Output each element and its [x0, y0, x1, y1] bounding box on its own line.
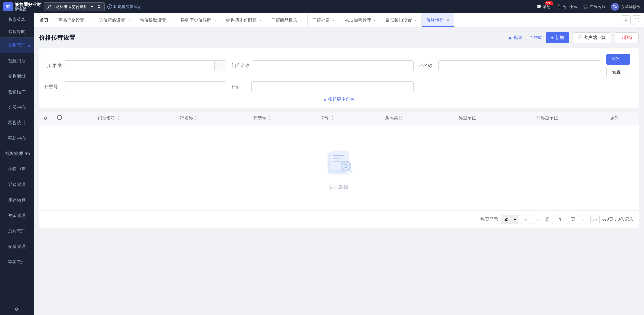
sidebar-item-help[interactable]: 帮助中心	[0, 131, 34, 146]
tab-close-sale-history[interactable]: ×	[259, 18, 261, 22]
prev-page-btn[interactable]: ‹	[533, 215, 542, 224]
th-action: 操作	[590, 112, 639, 125]
scale-ip-input[interactable]	[251, 81, 414, 92]
sidebar-item-wholesale[interactable]: 批发管理 ▼	[0, 146, 34, 162]
th-scale-name[interactable]: 秤名称 ▲▼	[152, 112, 225, 125]
video-link[interactable]: ▶ 视频	[509, 35, 522, 41]
set-button[interactable]: 设置	[606, 67, 630, 77]
query-button[interactable]: 查询	[606, 54, 630, 65]
tab-close-all-btn[interactable]: ×	[621, 15, 631, 25]
sidebar-item-member[interactable]: 会员中心	[0, 100, 34, 115]
th-gear[interactable]: ⚙	[39, 112, 52, 125]
store-file-input[interactable]	[65, 60, 214, 71]
settings-icon[interactable]: ⚙	[97, 4, 101, 9]
tab-bar-actions: × ⛶	[621, 15, 643, 25]
empty-row: 暂无数据	[39, 125, 639, 211]
sidebar-item-retail[interactable]: 零售管理	[0, 38, 34, 53]
sidebar-item-stat[interactable]: 零售统计	[0, 115, 34, 131]
filter-scale-name-label: 秤名称	[419, 63, 436, 69]
tab-price-scale[interactable]: 价格传秤 ×	[422, 13, 454, 27]
video-label: 视频	[513, 35, 522, 41]
dropdown-icon: ▼	[90, 4, 94, 9]
sidebar-item-tax[interactable]: 税务管理	[0, 254, 34, 270]
empty-state: 暂无数据	[39, 125, 639, 210]
store-name-input[interactable]	[252, 60, 414, 71]
content-area: 首页 商品价格设置 × 进价策略设置 × 售价提取设置 × 采购历史价跟踪 ×	[34, 13, 644, 315]
page-label: 算	[545, 216, 549, 222]
total-label: 共0页，0条记录	[602, 216, 633, 222]
page-actions: ▶ 视频 | ? 帮助 + 新增 凸 客户端下载 â 删除	[509, 32, 639, 43]
collapse-arrow-icon: ∧	[323, 97, 327, 102]
tab-pos-mgmt[interactable]: POS加密管理 ×	[339, 13, 381, 27]
help-link[interactable]: ? 帮助	[530, 35, 542, 41]
message-icon: 💬	[536, 4, 541, 9]
headset-icon: 🎧	[583, 4, 588, 9]
tab-store-catalog[interactable]: 门店商品目录 ×	[266, 13, 307, 27]
download-button[interactable]: 凸 客户端下载	[573, 32, 612, 43]
online-service-btn[interactable]: 🎧 在线客服	[583, 4, 606, 10]
next-page-btn[interactable]: ›	[578, 215, 587, 224]
filter-store-file: 门店档案 …	[44, 60, 226, 71]
tab-price-extract[interactable]: 售价提取设置 ×	[135, 13, 176, 27]
tab-store-file[interactable]: 门店档案 ×	[308, 13, 339, 27]
sidebar-item-finance[interactable]: 资金管理	[0, 208, 34, 223]
collapse-btn[interactable]: ∧ 收起更多条件	[323, 96, 354, 102]
tab-purchase-history[interactable]: 采购历史价跟踪 ×	[176, 13, 221, 27]
scale-name-input[interactable]	[438, 60, 601, 71]
demo-circle-icon: ○	[107, 4, 112, 9]
sidebar-item-ledger[interactable]: 总账管理	[0, 223, 34, 239]
first-page-btn[interactable]: ⏮	[521, 215, 530, 224]
top-bar: 财 畅捷通好业财 标准版 好业财标准版交付试用 ▼ ⚙ ○ 我要看实例演示 💬 …	[0, 0, 644, 13]
divider: |	[526, 35, 527, 40]
tab-purchase-strategy[interactable]: 进价策略设置 ×	[94, 13, 135, 27]
tab-close-store-file[interactable]: ×	[332, 18, 334, 22]
sidebar-item-ecom[interactable]: 小畅电商	[0, 162, 34, 177]
th-store-name[interactable]: 门店名称 ▲▼	[66, 112, 152, 125]
th-barcode-type: 条码类型	[357, 112, 431, 125]
sidebar-item-inventory[interactable]: 库存核算	[0, 193, 34, 208]
demo-link[interactable]: ○ 我要看实例演示	[107, 4, 142, 10]
tab-sale-history[interactable]: 销售历史价跟踪 ×	[221, 13, 266, 27]
tab-home[interactable]: 首页	[35, 13, 53, 27]
tab-min-discount[interactable]: 最低折扣设置 ×	[381, 13, 422, 27]
sidebar-item-marketing[interactable]: 营销推广	[0, 84, 34, 100]
sidebar-settings[interactable]: ⚙	[0, 303, 34, 315]
tab-close-price-setting[interactable]: ×	[87, 18, 89, 22]
tab-close-store-catalog[interactable]: ×	[300, 18, 302, 22]
tab-close-pos-mgmt[interactable]: ×	[374, 18, 376, 22]
tab-close-price-scale[interactable]: ×	[446, 18, 449, 22]
settings-gear-icon: ⚙	[15, 307, 19, 312]
sidebar: 搜索菜单 快捷导航 零售管理 智慧门店 零售商城 营销推广 会员中心 零售统计 …	[0, 13, 34, 315]
tab-expand-btn[interactable]: ⛶	[632, 15, 641, 25]
th-non-weight-unit: 非称重单位	[504, 112, 590, 125]
version-selector[interactable]: 好业财标准版交付试用 ▼ ⚙	[44, 2, 105, 11]
per-page-select[interactable]: 10 20 50 100	[501, 215, 518, 224]
add-button[interactable]: + 新增	[546, 32, 569, 43]
page-input[interactable]	[552, 215, 568, 224]
tab-close-purchase-strategy[interactable]: ×	[128, 18, 130, 22]
page-header: 价格传秤设置 ▶ 视频 | ? 帮助 + 新增 凸 客户端下载 â	[39, 32, 639, 43]
filter-row-1: 门店档案 … 门店名称 秤名称	[44, 54, 633, 77]
sidebar-quick-nav[interactable]: 快捷导航	[0, 26, 34, 38]
tab-price-setting[interactable]: 商品价格设置 ×	[53, 13, 94, 27]
tab-close-price-extract[interactable]: ×	[169, 18, 171, 22]
sidebar-item-invoice[interactable]: 发票管理	[0, 239, 34, 254]
sidebar-search[interactable]: 搜索菜单	[0, 13, 34, 26]
top-bar-left: 财 畅捷通好业财 标准版 好业财标准版交付试用 ▼ ⚙ ○ 我要看实例演示	[3, 2, 142, 12]
store-file-dots-btn[interactable]: …	[214, 60, 226, 71]
tab-close-purchase-history[interactable]: ×	[214, 18, 216, 22]
th-scale-ip[interactable]: 秤ip ▲▼	[299, 112, 357, 125]
filter-scale-model: 秤型号	[44, 81, 226, 92]
message-btn[interactable]: 💬 消息 99+	[536, 4, 551, 10]
select-all-checkbox[interactable]	[57, 115, 62, 120]
tab-close-min-discount[interactable]: ×	[415, 18, 417, 22]
scale-model-input[interactable]	[64, 81, 226, 92]
sidebar-item-mall[interactable]: 零售商城	[0, 69, 34, 84]
user-btn[interactable]: Ea 徐泽华修改	[611, 3, 641, 11]
th-scale-model[interactable]: 秤型号 ▲▼	[225, 112, 299, 125]
sidebar-item-smart[interactable]: 智慧门店	[0, 53, 34, 69]
delete-button[interactable]: â 删除	[615, 32, 639, 43]
sidebar-item-purchase[interactable]: 采购管理	[0, 177, 34, 193]
last-page-btn[interactable]: ⏭	[590, 215, 600, 224]
app-download-btn[interactable]: 📱 App下载	[556, 4, 578, 10]
